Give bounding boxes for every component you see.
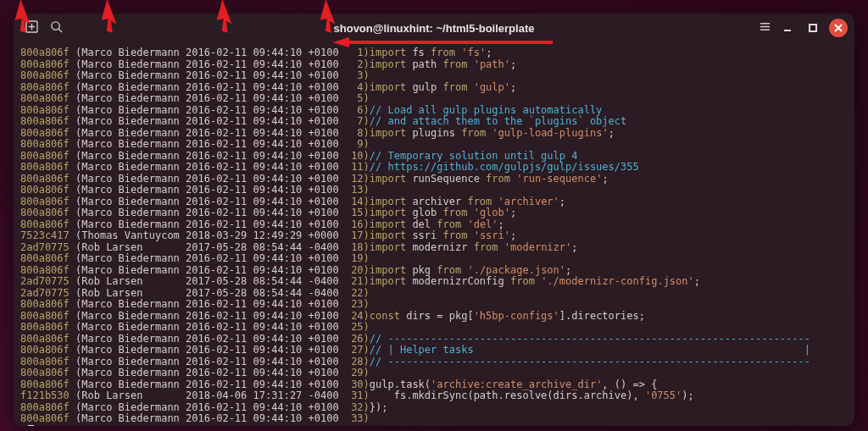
blame-row: 800a806f (Marco Biedermann 2016-02-11 09… bbox=[20, 105, 848, 117]
blame-row: 800a806f (Marco Biedermann 2016-02-11 09… bbox=[20, 253, 848, 265]
blame-row: 800a806f (Marco Biedermann 2016-02-11 09… bbox=[20, 139, 848, 151]
blame-row: 800a806f (Marco Biedermann 2016-02-11 09… bbox=[20, 207, 848, 219]
close-button[interactable] bbox=[829, 19, 848, 37]
blame-row: 7523c417 (Thomas Vantuycom 2018-03-29 12… bbox=[20, 230, 848, 242]
titlebar: shovon@linuxhint: ~/html5-boilerplate bbox=[14, 14, 854, 42]
cursor bbox=[28, 425, 34, 426]
blame-row: 800a806f (Marco Biedermann 2016-02-11 09… bbox=[20, 116, 848, 128]
blame-row: 2ad70775 (Rob Larsen 2017-05-28 08:54:44… bbox=[20, 276, 848, 288]
blame-row: f121b530 (Rob Larsen 2018-04-06 17:31:27… bbox=[20, 390, 848, 402]
blame-row: 800a806f (Marco Biedermann 2016-02-11 09… bbox=[20, 219, 848, 231]
svg-point-1 bbox=[52, 22, 59, 30]
search-icon[interactable] bbox=[50, 20, 63, 36]
blame-row: 800a806f (Marco Biedermann 2016-02-11 09… bbox=[20, 47, 848, 59]
blame-row: 800a806f (Marco Biedermann 2016-02-11 09… bbox=[20, 162, 848, 174]
window-title: shovon@linuxhint: ~/html5-boilerplate bbox=[334, 22, 535, 35]
blame-row: 800a806f (Marco Biedermann 2016-02-11 09… bbox=[20, 311, 848, 323]
blame-row: 800a806f (Marco Biedermann 2016-02-11 09… bbox=[20, 334, 848, 345]
blame-row: 800a806f (Marco Biedermann 2016-02-11 09… bbox=[20, 402, 848, 414]
blame-row: 2ad70775 (Rob Larsen 2017-05-28 08:54:44… bbox=[20, 242, 848, 254]
blame-row: 2ad70775 (Rob Larsen 2017-05-28 08:54:44… bbox=[20, 288, 848, 300]
blame-row: 800a806f (Marco Biedermann 2016-02-11 09… bbox=[20, 265, 848, 277]
blame-row: 800a806f (Marco Biedermann 2016-02-11 09… bbox=[20, 413, 848, 425]
maximize-button[interactable] bbox=[804, 19, 822, 37]
menu-icon[interactable] bbox=[759, 20, 771, 36]
new-tab-icon[interactable] bbox=[25, 20, 38, 36]
blame-row: 800a806f (Marco Biedermann 2016-02-11 09… bbox=[20, 379, 848, 391]
blame-row: 800a806f (Marco Biedermann 2016-02-11 09… bbox=[20, 128, 848, 140]
blame-row: 800a806f (Marco Biedermann 2016-02-11 09… bbox=[20, 196, 848, 208]
blame-row: 800a806f (Marco Biedermann 2016-02-11 09… bbox=[20, 174, 848, 185]
blame-row: 800a806f (Marco Biedermann 2016-02-11 09… bbox=[20, 322, 848, 334]
blame-row: 800a806f (Marco Biedermann 2016-02-11 09… bbox=[20, 367, 848, 379]
pager-prompt[interactable]: : bbox=[20, 425, 848, 427]
blame-row: 800a806f (Marco Biedermann 2016-02-11 09… bbox=[20, 356, 848, 368]
minimize-button[interactable] bbox=[778, 19, 797, 37]
blame-row: 800a806f (Marco Biedermann 2016-02-11 09… bbox=[20, 59, 848, 71]
terminal-window: shovon@linuxhint: ~/html5-boilerplate 80… bbox=[14, 14, 854, 426]
blame-row: 800a806f (Marco Biedermann 2016-02-11 09… bbox=[20, 299, 848, 311]
terminal-body[interactable]: 800a806f (Marco Biedermann 2016-02-11 09… bbox=[14, 42, 854, 426]
blame-row: 800a806f (Marco Biedermann 2016-02-11 09… bbox=[20, 345, 848, 356]
blame-row: 800a806f (Marco Biedermann 2016-02-11 09… bbox=[20, 93, 848, 105]
blame-row: 800a806f (Marco Biedermann 2016-02-11 09… bbox=[20, 70, 848, 82]
svg-rect-2 bbox=[810, 25, 816, 31]
blame-row: 800a806f (Marco Biedermann 2016-02-11 09… bbox=[20, 185, 848, 196]
blame-row: 800a806f (Marco Biedermann 2016-02-11 09… bbox=[20, 151, 848, 163]
blame-row: 800a806f (Marco Biedermann 2016-02-11 09… bbox=[20, 82, 848, 94]
